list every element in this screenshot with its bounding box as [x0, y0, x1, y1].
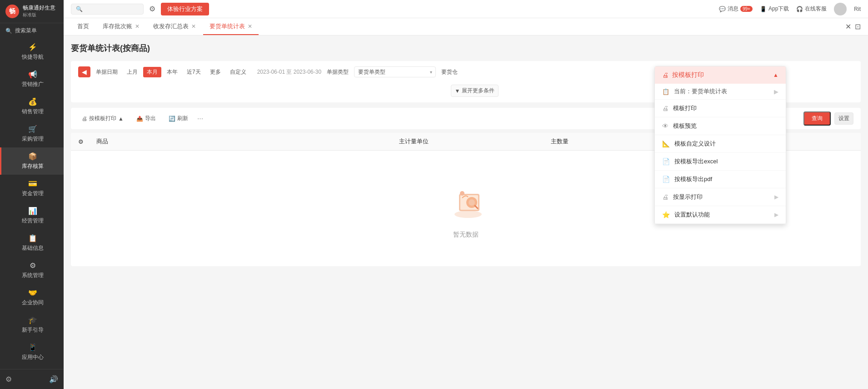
dropdown-label-template-preview: 模板预览: [673, 122, 697, 130]
query-button[interactable]: 查询: [803, 111, 831, 126]
dropdown-label-template-print: 模板打印: [673, 104, 697, 112]
nav-icon-finance: 💳: [28, 179, 37, 188]
date-filter-label: 单据日期: [96, 68, 118, 76]
messages-label: 消息: [728, 5, 738, 13]
sidebar-item-basic[interactable]: 📋 基础信息: [0, 229, 64, 257]
date-tab-prev-month[interactable]: 上月: [123, 67, 141, 77]
messages-btn[interactable]: 💬 消息 99+: [719, 5, 753, 13]
tab-label-collection-summary: 收发存汇总表: [153, 22, 189, 30]
type-select[interactable]: 要货单类型: [354, 66, 436, 77]
sidebar-item-guide[interactable]: 🎓 新手引导: [0, 311, 64, 338]
settings-icon[interactable]: ⚙: [5, 375, 12, 384]
date-tab-custom[interactable]: 自定义: [226, 67, 250, 77]
nav-icon-system: ⚙: [30, 261, 36, 270]
dropdown-item-export-excel[interactable]: 📄 按模板导出excel: [655, 153, 786, 171]
tab-order-stats[interactable]: 要货单统计表✕: [203, 19, 259, 35]
nav-label-collab: 企业协同: [22, 299, 44, 307]
avatar[interactable]: [834, 3, 847, 15]
svg-point-0: [454, 211, 482, 218]
topbar-search-box[interactable]: 🔍: [71, 4, 144, 15]
sound-icon[interactable]: 🔊: [49, 375, 58, 384]
dropdown-arrow-set-default: ▶: [774, 212, 778, 218]
dropdown-item-template-preview[interactable]: 👁 模板预览: [655, 117, 786, 135]
type-filter-label: 单据类型: [327, 68, 349, 76]
close-tab-icon[interactable]: ✕: [845, 22, 851, 31]
dropdown-collapse-icon[interactable]: ▲: [773, 72, 778, 78]
date-tab-current-year[interactable]: 本年: [163, 67, 181, 77]
sidebar-item-wechat[interactable]: 💬 企业微信: [0, 366, 64, 369]
sidebar-item-finance[interactable]: 💳 资金管理: [0, 175, 64, 202]
refresh-btn[interactable]: 🔄 刷新: [165, 113, 192, 124]
dropdown-header-title: 🖨 按模板打印: [662, 71, 704, 79]
nav-icon-basic: 📋: [28, 234, 37, 242]
dropdown-label-display-print: 按显示打印: [673, 193, 703, 201]
th-unit: 主计量单位: [399, 137, 550, 146]
dropdown-current-template: 📋 当前：要货单统计表 ▶: [655, 84, 786, 100]
sidebar-item-sales[interactable]: 💰 销售管理: [0, 93, 64, 120]
dropdown-item-export-pdf[interactable]: 📄 按模板导出pdf: [655, 171, 786, 188]
dropdown-item-template-print[interactable]: 🖨 模板打印: [655, 100, 786, 117]
empty-illustration: [443, 178, 489, 223]
tab-collection-summary[interactable]: 收发存汇总表✕: [147, 19, 202, 35]
tab-label-inventory-batch: 库存批次账: [103, 22, 132, 30]
template-icon: 📋: [662, 88, 669, 95]
sidebar-nav: ⚡ 快捷导航 📢 营销推广 💰 销售管理 🛒 采购管理 📦 库存核算 💳 资金管…: [0, 38, 64, 369]
dropdown-item-display-print[interactable]: 🖨 按显示打印 ▶: [655, 188, 786, 206]
sidebar: 畅 畅康通好生意 标准版 🔍 搜索菜单 ⚡ 快捷导航 📢 营销推广 💰 销售管理…: [0, 0, 64, 389]
more-options-icon[interactable]: ···: [197, 115, 203, 123]
maximize-icon[interactable]: ⊡: [855, 22, 861, 31]
expand-conditions-btn[interactable]: ▼ 展开更多条件: [451, 85, 499, 97]
sidebar-item-marketing[interactable]: 📢 营销推广: [0, 66, 64, 93]
tab-close-inventory-batch[interactable]: ✕: [135, 23, 140, 30]
tab-close-order-stats[interactable]: ✕: [248, 23, 252, 30]
nav-icon-inventory: 📦: [28, 152, 37, 161]
tab-home[interactable]: 首页: [71, 19, 95, 35]
topbar-gear-icon[interactable]: ⚙: [149, 5, 155, 13]
app-download-btn[interactable]: 📱 App下载: [760, 5, 789, 13]
tab-inventory-batch[interactable]: 库存批次账✕: [96, 19, 146, 35]
sidebar-search[interactable]: 🔍 搜索菜单: [0, 23, 64, 38]
logo-text: 畅康通好生意: [23, 5, 55, 12]
nav-label-purchase: 采购管理: [22, 135, 44, 143]
dropdown-icon-set-default: ⭐: [662, 211, 670, 218]
nav-label-operation: 经营管理: [22, 217, 44, 225]
date-tab-last7days[interactable]: 近7天: [183, 67, 205, 77]
svg-point-4: [469, 199, 475, 206]
user-name: Rit: [854, 6, 861, 12]
sidebar-item-inventory[interactable]: 📦 库存核算: [0, 147, 64, 175]
print-btn[interactable]: 🖨 按模板打印 ▲: [78, 113, 127, 124]
trial-button[interactable]: 体验行业方案: [161, 3, 209, 15]
filter-toggle-button[interactable]: ◀: [78, 66, 90, 77]
export-btn[interactable]: 📤 导出: [133, 113, 160, 124]
nav-icon-purchase: 🛒: [28, 125, 37, 133]
sidebar-item-appstore[interactable]: 📱 应用中心: [0, 338, 64, 366]
date-tab-more[interactable]: 更多: [206, 67, 224, 77]
nav-icon-collab: 🤝: [28, 288, 37, 297]
goods-filter-label: 要货仓: [441, 68, 458, 76]
download-icon: 📱: [760, 6, 767, 12]
tabbar: 首页库存批次账✕收发存汇总表✕要货单统计表✕ ✕ ⊡: [64, 18, 868, 35]
dropdown-icon-template-print: 🖨: [662, 105, 668, 112]
settings-button[interactable]: 设置: [834, 112, 853, 125]
sidebar-item-collab[interactable]: 🤝 企业协同: [0, 284, 64, 311]
sidebar-item-operation[interactable]: 📊 经营管理: [0, 202, 64, 229]
tab-close-collection-summary[interactable]: ✕: [191, 23, 196, 30]
export-icon: 📤: [136, 116, 143, 122]
date-tab-current-month[interactable]: 本月: [143, 67, 161, 77]
online-service-btn[interactable]: 🎧 在线客服: [796, 5, 827, 13]
date-range: 2023-06-01 至 2023-06-30: [257, 68, 321, 76]
logo-tag: 标准版: [23, 12, 55, 18]
th-checkbox: ⚙: [78, 138, 96, 145]
service-icon: 🎧: [796, 6, 803, 12]
dropdown-item-template-design[interactable]: 📐 模板自定义设计: [655, 135, 786, 153]
online-service-label: 在线客服: [805, 5, 827, 13]
print-arrow-icon: ▲: [118, 116, 124, 122]
sidebar-item-purchase[interactable]: 🛒 采购管理: [0, 120, 64, 147]
nav-label-quick-nav: 快捷导航: [22, 53, 44, 61]
nav-label-inventory: 库存核算: [22, 162, 44, 170]
dropdown-item-set-default[interactable]: ⭐ 设置默认功能 ▶: [655, 206, 786, 224]
search-icon: 🔍: [76, 6, 83, 12]
sidebar-item-system[interactable]: ⚙ 系统管理: [0, 257, 64, 284]
sidebar-bottom: ⚙ 🔊: [0, 369, 64, 389]
sidebar-item-quick-nav[interactable]: ⚡ 快捷导航: [0, 38, 64, 66]
